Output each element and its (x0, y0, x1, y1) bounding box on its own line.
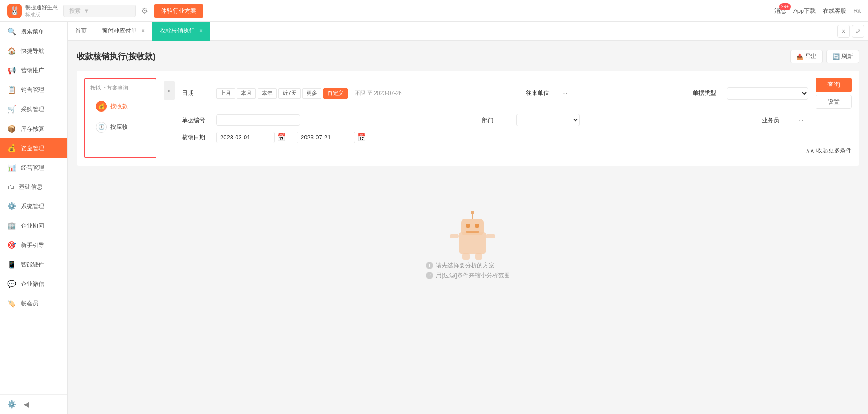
basic-info-icon: 🗂 (7, 183, 14, 191)
tab-home[interactable]: 首页 (68, 22, 94, 41)
page-content: 收款核销执行(按收款) 📤 导出 🔄 刷新 按以下方案查询 (68, 41, 868, 414)
robot-svg (445, 209, 500, 263)
sidebar-item-member[interactable]: 🏷️ 畅会员 (0, 294, 67, 313)
industry-btn[interactable]: 体验行业方案 (154, 4, 203, 18)
sidebar-collapse-icon[interactable]: ◀ (24, 400, 29, 409)
gear-icon[interactable]: ⚙ (141, 6, 148, 16)
tab-prepay-label: 预付冲应付单 (102, 27, 137, 35)
tip-num-2: 2 (426, 272, 433, 279)
purchase-icon: 🛒 (7, 105, 16, 114)
svg-rect-1 (461, 219, 484, 235)
topbar-left: 🐰 畅捷通好生意 标准版 搜索 ▼ ⚙ 体验行业方案 (7, 4, 203, 18)
filter-collapse-btn[interactable]: « (164, 81, 175, 100)
tab-receipts-close[interactable]: × (199, 28, 203, 34)
sidebar-label-sales: 销售管理 (21, 86, 44, 94)
marketing-icon: 📢 (7, 66, 16, 75)
sidebar-settings-icon[interactable]: ⚙️ (7, 400, 16, 409)
sidebar-item-operations[interactable]: 📊 经营管理 (0, 158, 67, 177)
member-icon: 🏷️ (7, 299, 16, 308)
svg-rect-7 (462, 253, 470, 260)
window-maximize-btn[interactable]: ⤢ (852, 25, 864, 38)
date-btn-last-month[interactable]: 上月 (216, 88, 235, 99)
filter-row-1: 日期 上月 本月 本年 近7天 更多 自定义 不限 至 2023-07-26 (182, 78, 852, 109)
search-menu-icon: 🔍 (7, 27, 16, 36)
verify-date-start-cal-icon[interactable]: 📅 (277, 133, 286, 142)
sidebar-item-guide[interactable]: 🎯 新手引导 (0, 235, 67, 255)
empty-state: 1 请先选择要分析的方案 2 用[过滤]条件来缩小分析范围 (77, 173, 859, 318)
filter-row-3: 核销日期 📅 — 📅 (182, 132, 852, 143)
sidebar-item-enterprise[interactable]: 🏢 企业协同 (0, 216, 67, 235)
tabs-bar: 首页 预付冲应付单 × 收款核销执行 × × ⤢ (68, 22, 868, 41)
empty-illustration (445, 209, 491, 254)
topbar-right: 消息 99+ App下载 在线客服 Rit (774, 7, 861, 15)
sidebar-item-basic-info[interactable]: 🗂 基础信息 (0, 177, 67, 196)
tab-prepay[interactable]: 预付冲应付单 × (94, 22, 152, 41)
sidebar-label-inventory: 库存核算 (21, 125, 44, 133)
logo-title: 畅捷通好生意 (25, 4, 58, 11)
sidebar-item-system[interactable]: ⚙️ 系统管理 (0, 196, 67, 216)
filter-fields: 日期 上月 本月 本年 近7天 更多 自定义 不限 至 2023-07-26 (182, 78, 852, 158)
page-title: 收款核销执行(按收款) (77, 51, 156, 62)
app-download-link[interactable]: App下载 (793, 7, 816, 15)
sidebar-item-inventory[interactable]: 📦 库存核算 (0, 119, 67, 138)
doc-no-label: 单据编号 (182, 116, 209, 124)
tab-receipts[interactable]: 收款核销执行 × (152, 22, 210, 41)
filter-option-receipt[interactable]: 💰 按收款 (90, 97, 150, 115)
topbar-search[interactable]: 搜索 ▼ (63, 5, 136, 17)
sidebar-item-wechat[interactable]: 💬 企业微信 (0, 274, 67, 294)
date-range-text: 不限 至 2023-07-26 (355, 90, 402, 97)
logo-text: 畅捷通好生意 标准版 (25, 4, 58, 18)
verify-date-end-cal-icon[interactable]: 📅 (357, 133, 366, 142)
sidebar: 🔍 搜索菜单 🏠 快捷导航 📢 营销推广 📋 销售管理 🛒 采购管理 📦 库存核… (0, 22, 68, 414)
dept-select[interactable] (516, 114, 580, 126)
doc-type-select[interactable] (727, 87, 808, 100)
sidebar-label-operations: 经营管理 (21, 164, 44, 172)
svg-point-3 (475, 224, 479, 228)
export-btn[interactable]: 📤 导出 (790, 50, 823, 63)
date-btn-this-month[interactable]: 本月 (237, 88, 256, 99)
filter-option-receivable[interactable]: 🕐 按应收 (90, 118, 150, 136)
verify-date-start-input[interactable] (216, 132, 275, 143)
filter-scheme-panel: 按以下方案查询 💰 按收款 🕐 按应收 (84, 78, 156, 158)
doc-no-input[interactable] (216, 114, 300, 126)
tabs-actions: × ⤢ (837, 25, 868, 38)
svg-point-2 (466, 224, 470, 228)
sidebar-item-search-menu[interactable]: 🔍 搜索菜单 (0, 22, 67, 41)
tip-text-2: 用[过滤]条件来缩小分析范围 (436, 271, 509, 280)
staff-dots[interactable]: ··· (796, 116, 805, 124)
page-actions: 📤 导出 🔄 刷新 (790, 50, 859, 63)
inventory-icon: 📦 (7, 124, 16, 133)
sidebar-item-finance[interactable]: 💰 资金管理 (0, 138, 67, 158)
verify-date-end-input[interactable] (297, 132, 355, 143)
date-btn-7days[interactable]: 近7天 (278, 88, 301, 99)
setting-btn[interactable]: 设置 (816, 95, 852, 109)
refresh-btn[interactable]: 🔄 刷新 (826, 50, 859, 63)
verify-date-group: 📅 — 📅 (216, 132, 366, 143)
sidebar-bottom: ⚙️ ◀ (0, 394, 67, 414)
sidebar-item-quick-nav[interactable]: 🏠 快捷导航 (0, 41, 67, 61)
collapse-more-btn[interactable]: ∧∧ 收起更多条件 (182, 143, 852, 158)
logo-subtitle: 标准版 (25, 11, 58, 18)
main-layout: 🔍 搜索菜单 🏠 快捷导航 📢 营销推广 📋 销售管理 🛒 采购管理 📦 库存核… (0, 22, 868, 414)
online-service-link[interactable]: 在线客服 (823, 7, 846, 15)
message-icon[interactable]: 消息 99+ (774, 7, 786, 15)
date-btn-custom[interactable]: 自定义 (323, 88, 348, 99)
window-close-btn[interactable]: × (837, 25, 850, 38)
sidebar-item-purchase[interactable]: 🛒 采购管理 (0, 100, 67, 119)
date-btn-more[interactable]: 更多 (302, 88, 321, 99)
tab-prepay-close[interactable]: × (142, 28, 145, 34)
sidebar-item-marketing[interactable]: 📢 营销推广 (0, 61, 67, 80)
sidebar-item-hardware[interactable]: 📱 智能硬件 (0, 255, 67, 274)
date-label: 日期 (182, 89, 209, 97)
filter-row-2: 单据编号 部门 业务员 ··· (182, 114, 852, 126)
tab-receipts-label: 收款核销执行 (160, 27, 195, 35)
sidebar-label-wechat: 企业微信 (21, 280, 44, 288)
enterprise-icon: 🏢 (7, 221, 16, 230)
quick-nav-icon: 🏠 (7, 47, 16, 55)
sidebar-item-sales[interactable]: 📋 销售管理 (0, 80, 67, 100)
party-dots[interactable]: ··· (560, 89, 569, 97)
wechat-icon: 💬 (7, 280, 16, 288)
date-btn-this-year[interactable]: 本年 (258, 88, 277, 99)
query-btn[interactable]: 查询 (816, 78, 852, 92)
search-placeholder: 搜索 (69, 7, 81, 15)
